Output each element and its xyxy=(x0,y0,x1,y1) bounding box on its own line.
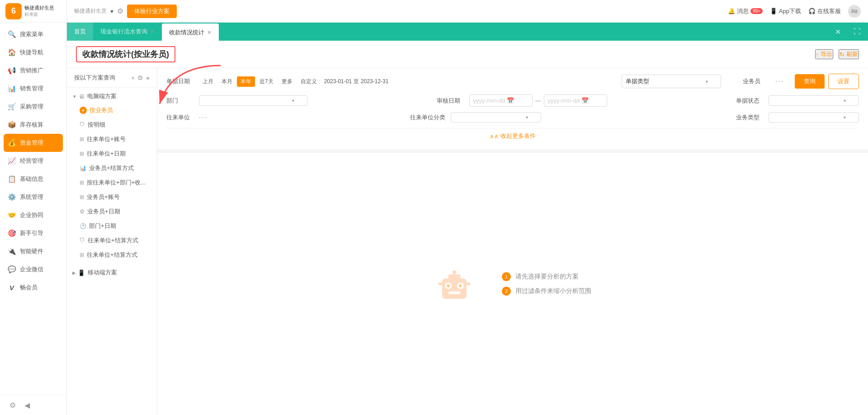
sidebar-item-finance[interactable]: 💰 资金管理 xyxy=(4,134,63,152)
sidebar-item-hardware[interactable]: 🔌 智能硬件 xyxy=(0,242,66,260)
review-date-from[interactable]: yyyy-mm-dd 📅 xyxy=(469,94,533,107)
scheme-group-desktop: ▼ 🖥 电脑端方案 ● 按业务员 ⛉ 按明细 ⊞ 往来单位+账号 xyxy=(67,88,157,264)
scheme-group-desktop-header[interactable]: ▼ 🖥 电脑端方案 xyxy=(67,90,157,103)
date-tab-7days[interactable]: 近7天 xyxy=(256,76,277,87)
business-type-chevron: ▾ xyxy=(844,115,846,120)
sidebar-item-marketing[interactable]: 📢 营销推广 xyxy=(0,61,66,80)
sidebar-item-purchase[interactable]: 🛒 采购管理 xyxy=(0,98,66,116)
tab-bank-close[interactable]: ✕ xyxy=(150,28,155,35)
dept-label: 部门 xyxy=(166,97,193,105)
step-2-text: 用过滤条件来缩小分析范围 xyxy=(515,287,591,295)
partner-category-select[interactable]: ▾ xyxy=(451,112,541,123)
scheme-item-partner-settlement1[interactable]: ⛉ 往来单位+结算方式 xyxy=(67,233,157,248)
refresh-button[interactable]: ↻ 刷新 xyxy=(839,49,859,59)
scheme-item-salesperson-date[interactable]: ⚙ 业务员+日期 xyxy=(67,204,157,219)
salesperson-more-icon[interactable]: ··· xyxy=(775,77,784,85)
salesperson-date-icon: ⚙ xyxy=(80,208,85,215)
dept-date-icon: 🕐 xyxy=(80,223,86,229)
online-service-button[interactable]: 🎧 在线客服 xyxy=(808,7,841,15)
scheme-item-salesperson-account[interactable]: ⊞ 业务员+账号 xyxy=(67,190,157,204)
scheme-item-partner-date[interactable]: ⊞ 往来单位+日期 xyxy=(67,146,157,161)
wechat-icon: 💬 xyxy=(7,265,16,274)
date-tab-more[interactable]: 更多 xyxy=(278,76,296,87)
header-dropdown-icon[interactable]: ▾ xyxy=(110,8,113,15)
export-icon: ↑ xyxy=(816,51,819,58)
review-date-to[interactable]: yyyy-mm-dd 📅 xyxy=(544,94,607,107)
marketing-icon: 📢 xyxy=(7,66,16,75)
member-icon: V xyxy=(7,283,16,292)
header-right: 🔔 消息 99+ 📱 App下载 🎧 在线客服 Rit xyxy=(728,5,861,18)
dept-select[interactable]: ▾ xyxy=(199,95,307,106)
partner-account-icon: ⊞ xyxy=(80,136,84,142)
sidebar-item-search[interactable]: 🔍 搜索菜单 xyxy=(0,25,66,43)
scheme-item-dept-date[interactable]: 🕐 部门+日期 xyxy=(67,219,157,233)
set-button[interactable]: 设置 xyxy=(828,74,859,89)
user-avatar[interactable]: Rit xyxy=(848,5,861,18)
sidebar-item-guide[interactable]: 🎯 新手引导 xyxy=(0,224,66,242)
scheme-item-salesperson-settlement[interactable]: 📊 业务员+结算方式 xyxy=(67,161,157,175)
doc-type-select[interactable]: 单据类型 ▾ xyxy=(622,75,721,88)
panel-header: 按以下方案查询 + ⚙ « xyxy=(67,68,157,88)
sidebar-item-inventory[interactable]: 📦 库存核算 xyxy=(0,116,66,134)
partner-settlement2-icon: ⊞ xyxy=(80,252,84,258)
refresh-icon: ↻ xyxy=(840,51,844,58)
query-button[interactable]: 查询 xyxy=(795,74,825,89)
filter-row-3: 往来单位 ··· 往来单位分类 ▾ 业务类型 ▾ xyxy=(166,112,859,123)
svg-rect-0 xyxy=(442,278,467,299)
empty-steps: 1 请先选择要分析的方案 2 用过滤条件来缩小分析范围 xyxy=(502,272,591,301)
partner-more-icon[interactable]: ··· xyxy=(199,113,208,122)
date-tab-year[interactable]: 本年 xyxy=(237,76,255,87)
scheme-item-partner-dept[interactable]: ⊞ 按往来单位+部门+收... xyxy=(67,175,157,190)
desktop-group-arrow: ▼ xyxy=(72,94,77,99)
salesperson-settlement-icon: 📊 xyxy=(80,165,86,171)
date-label: 单据日期 xyxy=(166,77,193,85)
date-tab-prev[interactable]: 上月 xyxy=(199,76,217,87)
doc-status-label: 单据状态 xyxy=(736,97,763,105)
tab-receipts-close[interactable]: ✕ xyxy=(207,29,212,36)
collapse-button[interactable]: ∧∧ 收起更多条件 xyxy=(166,128,859,144)
notification-button[interactable]: 🔔 消息 99+ xyxy=(728,7,763,15)
system-icon: ⚙️ xyxy=(7,193,16,202)
footer-settings-icon[interactable]: ⚙ xyxy=(7,400,18,410)
tab-bar-close-icon[interactable]: ✕ xyxy=(835,28,841,36)
sidebar-footer: ⚙ ◀ xyxy=(0,395,66,415)
trial-button[interactable]: 体验行业方案 xyxy=(127,5,177,18)
panel-collapse-icon[interactable]: « xyxy=(146,74,150,81)
sidebar-item-member[interactable]: V 畅会员 xyxy=(0,278,66,297)
sidebar-item-basicinfo[interactable]: 📋 基础信息 xyxy=(0,170,66,188)
scheme-item-partner-account[interactable]: ⊞ 往来单位+账号 xyxy=(67,132,157,146)
date-tab-custom[interactable]: 自定义 xyxy=(297,76,321,87)
content-area: 按以下方案查询 + ⚙ « ▼ 🖥 电脑端方案 ● 按业务员 xyxy=(67,68,868,415)
notification-icon: 🔔 xyxy=(728,8,735,14)
footer-collapse-icon[interactable]: ◀ xyxy=(22,400,33,410)
sidebar-item-operation[interactable]: 📈 经营管理 xyxy=(0,152,66,170)
business-type-select[interactable]: ▾ xyxy=(769,112,859,123)
sidebar-item-corp[interactable]: 🤝 企业协同 xyxy=(0,206,66,224)
scheme-group-mobile-header[interactable]: ▶ 📱 移动端方案 xyxy=(67,266,157,279)
salesperson-account-icon: ⊞ xyxy=(80,194,84,200)
sidebar-item-sales[interactable]: 📊 销售管理 xyxy=(0,80,66,98)
sidebar-item-quicknav[interactable]: 🏠 快捷导航 xyxy=(0,43,66,61)
svg-rect-10 xyxy=(466,283,471,285)
date-to: 2023-12-31 xyxy=(361,78,388,85)
tab-bar-expand-icon[interactable]: ⛶ xyxy=(854,28,861,36)
mobile-group-label: 移动端方案 xyxy=(88,269,117,277)
svg-point-6 xyxy=(447,284,450,287)
tab-receipts[interactable]: 收款情况统计 ✕ xyxy=(162,24,219,42)
date-tab-month[interactable]: 本月 xyxy=(218,76,236,87)
tab-bank[interactable]: 现金银行流水查询 ✕ xyxy=(93,23,162,41)
panel-add-icon[interactable]: + xyxy=(131,74,135,81)
export-button[interactable]: ↑ 导出 xyxy=(815,49,834,59)
app-download-button[interactable]: 📱 App下载 xyxy=(770,7,801,15)
page-title-box: 收款情况统计(按业务员) xyxy=(76,46,175,62)
doc-status-select[interactable]: ▾ xyxy=(769,95,859,106)
sidebar-item-wechat[interactable]: 💬 企业微信 xyxy=(0,260,66,278)
scheme-item-partner-settlement2[interactable]: ⊞ 往来单位+结算方式 xyxy=(67,248,157,262)
header-gear-icon[interactable]: ⚙ xyxy=(117,7,123,15)
scheme-item-detail[interactable]: ⛉ 按明细 xyxy=(67,118,157,132)
filter-row-1: 单据日期 上月 本月 本年 近7天 更多 自定义 2023-01-01 至 20… xyxy=(166,74,859,89)
tab-home[interactable]: 首页 xyxy=(67,23,93,41)
scheme-item-salesperson[interactable]: ● 按业务员 xyxy=(67,103,157,118)
sidebar-item-system[interactable]: ⚙️ 系统管理 xyxy=(0,188,66,206)
panel-settings-icon[interactable]: ⚙ xyxy=(137,74,143,81)
